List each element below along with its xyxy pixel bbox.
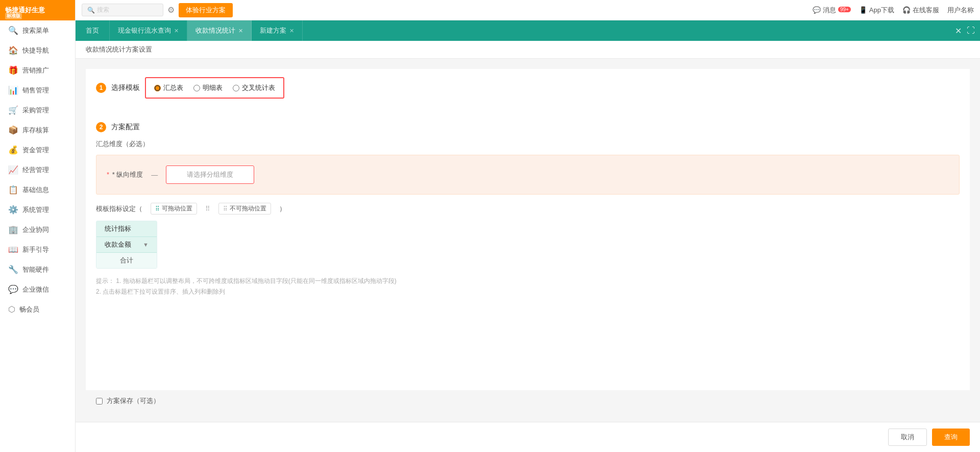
- search-box[interactable]: 🔍 搜索: [82, 4, 163, 16]
- home-icon: 🏠: [8, 45, 18, 55]
- sidebar-item-wechat[interactable]: 💬 企业微信: [0, 279, 75, 299]
- download-icon: 📱: [859, 6, 867, 14]
- user-name[interactable]: 用户名称: [947, 6, 974, 15]
- sidebar-item-marketing[interactable]: 🎁 营销推广: [0, 60, 75, 80]
- sidebar-item-purchase[interactable]: 🛒 采购管理: [0, 100, 75, 120]
- dimension-area: * * 纵向维度 — 请选择分组维度: [96, 155, 960, 195]
- metric-settings: 模板指标设定（ ⠿ 可拖动位置 ⠿ ⠿ 不可拖动位置 ）: [96, 203, 960, 269]
- service-item[interactable]: 🎧 在线客服: [902, 6, 939, 15]
- sidebar-item-enterprise[interactable]: 🏢 企业协同: [0, 220, 75, 240]
- radio-summary[interactable]: 汇总表: [154, 83, 183, 92]
- metric-item-header[interactable]: 收款金额 ▼: [96, 237, 157, 253]
- industry-button[interactable]: 体验行业方案: [179, 3, 233, 17]
- tab-new-plan-close[interactable]: ✕: [289, 28, 294, 34]
- no-drag-tag: ⠿ 不可拖动位置: [218, 203, 271, 215]
- tab-collection-stats[interactable]: 收款情况统计 ✕: [187, 20, 252, 41]
- header-right: 💬 消息 99+ 📱 App下载 🎧 在线客服 用户名称: [813, 6, 974, 15]
- member-icon: ⬡: [8, 304, 15, 314]
- arrow-icon: —: [151, 171, 158, 179]
- step1-title: 选择模板: [111, 83, 140, 92]
- search-icon: 🔍: [8, 26, 18, 35]
- version-tag: 标准版: [5, 13, 22, 19]
- sidebar-item-inventory[interactable]: 📦 库存核算: [0, 120, 75, 140]
- notification-badge: 99+: [838, 7, 851, 12]
- sidebar-search-label: 搜索菜单: [22, 26, 49, 35]
- notification-label: 消息: [823, 6, 836, 15]
- save-plan-label: 方案保存（可选）: [107, 396, 160, 406]
- radio-cross-input[interactable]: [233, 85, 239, 91]
- cart-icon: 🛒: [8, 105, 18, 115]
- notification-item[interactable]: 💬 消息 99+: [813, 6, 851, 15]
- message-icon: 💬: [813, 6, 821, 14]
- service-label: 在线客服: [913, 6, 939, 15]
- page-footer: 方案保存（可选）: [86, 390, 970, 412]
- drag-icon: ⠿: [155, 205, 160, 212]
- tips-area: 提示： 1. 拖动标题栏可以调整布局，不可跨维度或指标区域拖动目字段(只能在同一…: [96, 277, 960, 296]
- chart-icon: 📊: [8, 85, 18, 95]
- sidebar-item-hardware[interactable]: 🔧 智能硬件: [0, 259, 75, 279]
- tab-expand-icon[interactable]: ⛶: [967, 26, 975, 35]
- sidebar-item-quick-nav[interactable]: 🏠 快捷导航: [0, 40, 75, 60]
- sidebar-operations-label: 经营管理: [22, 165, 49, 175]
- search-icon-header: 🔍: [87, 7, 95, 14]
- radio-detail-label: 明细表: [203, 83, 223, 92]
- radio-detail[interactable]: 明细表: [193, 83, 223, 92]
- settings-icon[interactable]: ⚙: [167, 5, 175, 15]
- radio-summary-label: 汇总表: [163, 83, 183, 92]
- radio-cross[interactable]: 交叉统计表: [233, 83, 275, 92]
- search-placeholder: 搜索: [97, 6, 109, 14]
- sidebar-item-search[interactable]: 🔍 搜索菜单: [0, 20, 75, 40]
- sidebar-finance-label: 资金管理: [22, 146, 49, 155]
- step2-section: 2 方案配置 汇总维度（必选） * * 纵向维度 — 请选择分组维度: [86, 114, 970, 390]
- box-icon: 📦: [8, 125, 18, 135]
- tab-bar: 首页 现金银行流水查询 ✕ 收款情况统计 ✕ 新建方案 ✕ ✕ ⛶: [76, 20, 980, 41]
- sidebar-item-base-info[interactable]: 📋 基础信息: [0, 180, 75, 200]
- sidebar-item-finance[interactable]: 💰 资金管理: [0, 140, 75, 160]
- metric-sub-row: 合计: [96, 253, 157, 268]
- metric-settings-suffix: ）: [279, 204, 286, 213]
- step1-section: 1 选择模板 汇总表 明细表: [86, 69, 970, 114]
- page-title-bar: 收款情况统计方案设置: [76, 41, 980, 59]
- metrics-header: 统计指标: [96, 221, 157, 237]
- tab-home[interactable]: 首页: [76, 20, 110, 41]
- download-item[interactable]: 📱 App下载: [859, 6, 894, 15]
- save-plan-checkbox[interactable]: [96, 398, 103, 405]
- sidebar-hardware-label: 智能硬件: [22, 265, 49, 274]
- app-logo: 畅捷通好生意 标准版: [0, 0, 75, 20]
- gear-icon: ⚙️: [8, 205, 18, 215]
- tab-new-plan[interactable]: 新建方案 ✕: [252, 20, 303, 41]
- dimension-select[interactable]: 请选择分组维度: [166, 165, 254, 184]
- sidebar-item-member[interactable]: ⬡ 畅会员: [0, 299, 75, 319]
- radio-detail-input[interactable]: [193, 85, 200, 91]
- tab-minimize-icon[interactable]: ✕: [955, 26, 962, 36]
- dimension-title: 汇总维度（必选）: [96, 139, 960, 149]
- tab-bank-flow[interactable]: 现金银行流水查询 ✕: [110, 20, 187, 41]
- vertical-dim-label: * * 纵向维度: [107, 170, 143, 179]
- money-icon: 💰: [8, 145, 18, 155]
- sidebar-item-operations[interactable]: 📈 经营管理: [0, 160, 75, 180]
- clipboard-icon: 📋: [8, 185, 18, 195]
- step2-header: 2 方案配置: [96, 122, 960, 132]
- tab-collection-stats-close[interactable]: ✕: [238, 28, 243, 34]
- sidebar-wechat-label: 企业微信: [22, 285, 49, 294]
- sidebar-item-guide[interactable]: 📖 新手引导: [0, 240, 75, 259]
- step1-badge: 1: [96, 83, 106, 93]
- operations-icon: 📈: [8, 165, 18, 175]
- page-title: 收款情况统计方案设置: [86, 45, 152, 53]
- sidebar-item-system[interactable]: ⚙️ 系统管理: [0, 200, 75, 220]
- radio-summary-input[interactable]: [154, 85, 161, 91]
- bottom-action-bar: 取消 查询: [76, 422, 980, 452]
- cancel-button[interactable]: 取消: [888, 429, 927, 446]
- draggable-label: 可拖动位置: [162, 204, 192, 213]
- metric-sub-label: 合计: [120, 256, 133, 264]
- no-drag-icon: ⠿: [223, 205, 228, 212]
- tab-bank-flow-close[interactable]: ✕: [174, 28, 179, 34]
- sidebar-sales-label: 销售管理: [22, 86, 49, 95]
- download-label: App下载: [869, 6, 894, 15]
- main-content: 🔍 搜索 ⚙ 体验行业方案 💬 消息 99+ 📱 App下载 🎧: [76, 0, 980, 452]
- sidebar-quick-nav-label: 快捷导航: [22, 46, 49, 55]
- vertical-label-text: * 纵向维度: [112, 171, 143, 178]
- query-button[interactable]: 查询: [932, 429, 970, 446]
- tool-icon: 🔧: [8, 265, 18, 274]
- sidebar-item-sales[interactable]: 📊 销售管理: [0, 80, 75, 100]
